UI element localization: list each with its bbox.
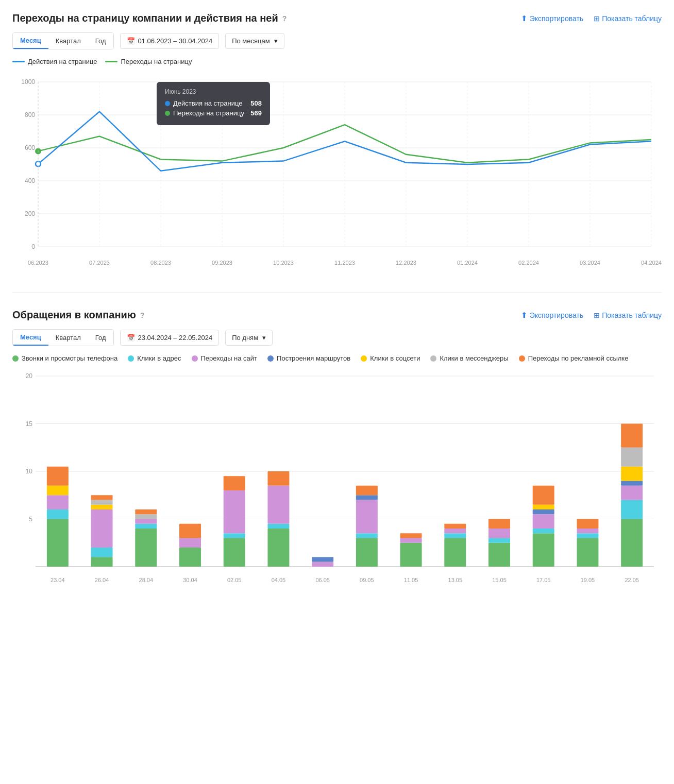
svg-rect-111 <box>577 519 598 529</box>
svg-rect-79 <box>312 557 333 562</box>
svg-text:200: 200 <box>25 210 35 217</box>
svg-rect-109 <box>577 533 598 538</box>
svg-text:04.2024: 04.2024 <box>641 260 662 266</box>
svg-text:26.04: 26.04 <box>95 577 109 583</box>
svg-text:11.05: 11.05 <box>404 577 418 583</box>
svg-text:0: 0 <box>31 243 35 250</box>
section1-show-table-link[interactable]: ⊞ Показать таблицу <box>594 14 662 23</box>
section1-groupby[interactable]: По месяцам ▾ <box>225 33 284 49</box>
section2-chart-container: 510152023.0426.0428.0430.0402.0504.0506.… <box>12 368 662 585</box>
svg-rect-99 <box>488 519 510 529</box>
section1-help-icon[interactable]: ? <box>282 14 287 23</box>
svg-rect-64 <box>179 548 201 567</box>
svg-rect-101 <box>533 533 554 567</box>
section1-date-picker[interactable]: 📅 01.06.2023 – 30.04.2024 <box>120 33 220 49</box>
svg-text:15.05: 15.05 <box>492 577 507 583</box>
bar-chart-wrap: 510152023.0426.0428.0430.0402.0504.0506.… <box>12 368 662 585</box>
groupby-label-2: По дням <box>232 334 258 342</box>
section2-help-icon[interactable]: ? <box>140 311 145 319</box>
legend-actions-color <box>12 61 25 62</box>
svg-text:15: 15 <box>26 420 33 428</box>
section2-export-link[interactable]: ⬆ Экспортировать <box>521 311 583 320</box>
legend-messengers-label: Клики в мессенджеры <box>440 354 508 362</box>
section2-date-picker[interactable]: 📅 23.04.2024 – 22.05.2024 <box>120 330 220 346</box>
tab-month-1[interactable]: Месяц <box>13 33 48 49</box>
svg-rect-98 <box>488 529 510 538</box>
export-label: Экспортировать <box>530 14 583 23</box>
svg-rect-119 <box>621 424 643 448</box>
svg-rect-70 <box>224 490 245 533</box>
svg-text:02.05: 02.05 <box>227 577 242 583</box>
tab-year-2[interactable]: Год <box>88 330 113 346</box>
legend-routes-label: Построения маршрутов <box>277 354 350 362</box>
svg-rect-96 <box>488 543 510 567</box>
svg-text:19.05: 19.05 <box>581 577 595 583</box>
svg-rect-74 <box>267 524 289 529</box>
svg-rect-49 <box>47 467 69 486</box>
svg-text:400: 400 <box>25 177 35 184</box>
svg-text:03.2024: 03.2024 <box>580 260 600 266</box>
svg-text:5: 5 <box>29 516 32 523</box>
section-page-visits: Переходы на страницу компании и действия… <box>12 12 662 267</box>
legend-routes: Построения маршрутов <box>267 354 350 362</box>
table-icon-2: ⊞ <box>594 311 600 319</box>
section2-title: Обращения в компанию ? <box>12 309 144 321</box>
section2-title-text: Обращения в компанию <box>12 309 136 321</box>
legend-site-color <box>192 355 198 362</box>
svg-text:06.2023: 06.2023 <box>28 260 48 266</box>
svg-rect-108 <box>577 538 598 567</box>
svg-text:10.2023: 10.2023 <box>273 260 294 266</box>
section2-header: Обращения в компанию ? ⬆ Экспортировать … <box>12 309 662 321</box>
show-table-label: Показать таблицу <box>602 14 662 23</box>
svg-text:10: 10 <box>26 468 33 475</box>
svg-rect-97 <box>488 538 510 543</box>
calendar-icon-1: 📅 <box>127 37 135 45</box>
calendar-icon-2: 📅 <box>127 334 135 342</box>
svg-rect-117 <box>621 467 643 481</box>
section2-period-tabs: Месяц Квартал Год <box>12 329 114 346</box>
svg-rect-114 <box>621 500 643 519</box>
svg-rect-59 <box>135 524 157 529</box>
legend-actions: Действия на странице <box>12 58 97 65</box>
svg-text:22.05: 22.05 <box>625 577 639 583</box>
tab-month-2[interactable]: Месяц <box>13 330 48 346</box>
export-icon-2: ⬆ <box>521 311 528 320</box>
chevron-down-icon-1: ▾ <box>274 37 278 45</box>
tab-year-1[interactable]: Год <box>88 33 113 49</box>
svg-text:13.05: 13.05 <box>448 577 463 583</box>
section1-export-link[interactable]: ⬆ Экспортировать <box>521 14 583 23</box>
legend-visits-label: Переходы на страницу <box>121 58 192 65</box>
svg-rect-66 <box>179 524 201 538</box>
svg-rect-82 <box>356 533 378 538</box>
svg-rect-116 <box>621 481 643 486</box>
line-chart-wrap: Июнь 2023 Действия на странице 508 Перех… <box>12 72 662 267</box>
date-range-2: 23.04.2024 – 22.05.2024 <box>138 334 213 342</box>
tab-quarter-1[interactable]: Квартал <box>48 33 88 49</box>
svg-rect-91 <box>444 538 466 567</box>
svg-rect-53 <box>91 509 113 548</box>
section2-groupby[interactable]: По дням ▾ <box>225 330 273 346</box>
legend-site-label: Переходы на сайт <box>201 354 258 362</box>
svg-rect-78 <box>312 562 333 567</box>
line-chart-svg: 0200400600800100006.202307.202308.202309… <box>12 72 662 267</box>
legend-messengers: Клики в мессенджеры <box>430 354 508 362</box>
legend-calls-color <box>12 355 19 362</box>
legend-messengers-color <box>430 355 436 362</box>
section2-show-table-link[interactable]: ⊞ Показать таблицу <box>594 311 662 319</box>
legend-calls: Звонки и просмотры телефона <box>12 354 117 362</box>
section1-chart-container: Июнь 2023 Действия на странице 508 Перех… <box>12 72 662 267</box>
svg-rect-60 <box>135 519 157 524</box>
svg-rect-92 <box>444 533 466 538</box>
svg-text:800: 800 <box>25 111 35 118</box>
section1-period-tabs: Месяц Квартал Год <box>12 32 114 49</box>
legend-actions-label: Действия на странице <box>28 58 97 65</box>
svg-text:600: 600 <box>25 144 35 151</box>
section1-header: Переходы на страницу компании и действия… <box>12 12 662 24</box>
export-label-2: Экспортировать <box>530 311 583 319</box>
tab-quarter-2[interactable]: Квартал <box>48 330 88 346</box>
table-icon: ⊞ <box>594 14 600 23</box>
section1-actions: ⬆ Экспортировать ⊞ Показать таблицу <box>521 14 662 23</box>
svg-rect-85 <box>356 486 378 496</box>
svg-rect-84 <box>356 495 378 500</box>
svg-rect-68 <box>224 538 245 567</box>
